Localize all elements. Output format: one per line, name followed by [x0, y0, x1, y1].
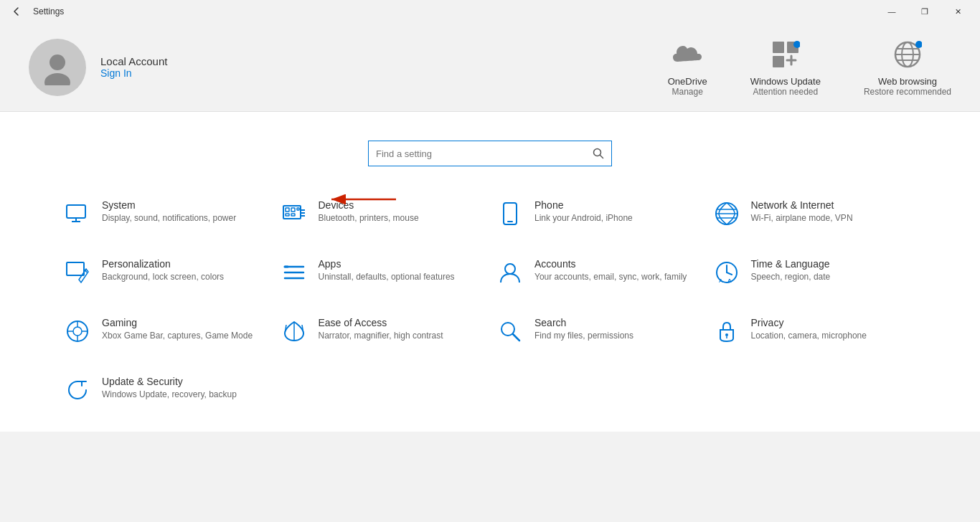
gaming-desc: Xbox Game Bar, captures, Game Mode — [102, 330, 253, 342]
onedrive-icon — [673, 42, 702, 67]
web-browsing-title: Web browsing — [878, 76, 937, 87]
accounts-desc: Your accounts, email, sync, work, family — [534, 271, 687, 283]
svg-point-46 — [73, 327, 82, 336]
minimize-button[interactable]: — — [875, 0, 908, 23]
ease-desc: Narrator, magnifier, high contrast — [319, 330, 443, 342]
phone-icon — [497, 201, 523, 227]
time-desc: Speech, region, date — [751, 271, 831, 283]
update-title: Update & Security — [102, 376, 237, 387]
svg-line-13 — [600, 156, 603, 158]
setting-item-update[interactable]: Update & Security Windows Update, recove… — [57, 369, 274, 410]
network-icon — [714, 201, 740, 227]
person-icon — [39, 49, 75, 85]
phone-desc: Link your Android, iPhone — [534, 212, 633, 224]
gaming-title: Gaming — [102, 317, 253, 328]
header-item-onedrive[interactable]: OneDrive Manage — [668, 37, 707, 97]
devices-desc: Bluetooth, printers, mouse — [319, 212, 419, 224]
network-desc: Wi-Fi, airplane mode, VPN — [751, 212, 853, 224]
setting-item-privacy[interactable]: Privacy Location, camera, microphone — [707, 310, 923, 351]
setting-item-system[interactable]: System Display, sound, notifications, po… — [57, 192, 274, 234]
setting-item-apps[interactable]: Apps Uninstall, defaults, optional featu… — [274, 251, 491, 293]
search-setting-desc: Find my files, permissions — [534, 330, 633, 342]
windows-update-subtitle: Attention needed — [753, 87, 818, 97]
onedrive-title: OneDrive — [668, 76, 707, 87]
svg-point-39 — [505, 264, 515, 274]
update-icon — [65, 377, 90, 403]
titlebar: Settings — ❐ ✕ — [0, 0, 980, 23]
search-setting-title: Search — [534, 317, 633, 328]
close-button[interactable]: ✕ — [941, 0, 974, 23]
personalization-desc: Background, lock screen, colors — [102, 271, 224, 283]
restore-button[interactable]: ❐ — [908, 0, 941, 23]
ease-title: Ease of Access — [319, 317, 443, 328]
setting-item-ease[interactable]: Ease of Access Narrator, magnifier, high… — [274, 310, 491, 351]
windows-update-icon-container — [768, 37, 803, 72]
web-browsing-subtitle: Restore recommended — [864, 87, 951, 97]
search-container — [57, 141, 923, 166]
search-icon — [585, 141, 611, 166]
sign-in-link[interactable]: Sign In — [100, 67, 167, 79]
personalization-title: Personalization — [102, 258, 224, 270]
gaming-icon — [65, 318, 90, 344]
apps-icon — [281, 260, 307, 285]
profile-section: Local Account Sign In — [29, 39, 668, 96]
svg-rect-33 — [67, 262, 84, 275]
setting-item-gaming[interactable]: Gaming Xbox Game Bar, captures, Game Mod… — [57, 310, 274, 351]
update-desc: Windows Update, recovery, backup — [102, 389, 237, 401]
onedrive-subtitle: Manage — [672, 87, 703, 97]
accounts-icon — [497, 260, 523, 285]
privacy-desc: Location, camera, microphone — [751, 330, 867, 342]
settings-grid: System Display, sound, notifications, po… — [57, 192, 923, 410]
setting-item-personalization[interactable]: Personalization Background, lock screen,… — [57, 251, 274, 293]
svg-text:A: A — [727, 277, 732, 284]
main-content: System Display, sound, notifications, po… — [0, 112, 980, 432]
back-button[interactable] — [6, 4, 27, 19]
setting-item-phone[interactable]: Phone Link your Android, iPhone — [490, 192, 707, 234]
header-item-windows-update[interactable]: Windows Update Attention needed — [750, 37, 821, 97]
devices-title: Devices — [319, 199, 419, 211]
account-type-label: Local Account — [100, 55, 167, 67]
apps-title: Apps — [319, 258, 455, 270]
svg-point-54 — [725, 333, 728, 336]
header: Local Account Sign In OneDrive Manage — [0, 23, 980, 112]
search-input[interactable] — [369, 148, 585, 159]
web-browsing-icon-container — [890, 37, 925, 72]
svg-line-42 — [727, 272, 732, 275]
titlebar-title: Settings — [33, 6, 64, 16]
windows-update-icon — [771, 40, 800, 69]
svg-rect-20 — [297, 208, 299, 210]
setting-item-devices[interactable]: Devices Bluetooth, printers, mouse — [274, 192, 491, 234]
svg-rect-21 — [286, 214, 289, 216]
svg-rect-14 — [67, 205, 85, 218]
time-title: Time & Language — [751, 258, 831, 270]
avatar — [29, 39, 86, 96]
svg-rect-18 — [286, 208, 289, 212]
apps-desc: Uninstall, defaults, optional features — [319, 271, 455, 283]
search-box — [368, 141, 612, 166]
profile-info: Local Account Sign In — [100, 55, 167, 79]
svg-point-1 — [44, 73, 70, 85]
search-setting-icon — [497, 318, 523, 344]
devices-icon — [281, 201, 307, 227]
svg-rect-2 — [773, 42, 784, 53]
onedrive-icon-container — [670, 37, 705, 72]
network-title: Network & Internet — [751, 199, 853, 211]
setting-item-network[interactable]: Network & Internet Wi-Fi, airplane mode,… — [707, 192, 923, 234]
phone-title: Phone — [534, 199, 633, 211]
setting-item-accounts[interactable]: Accounts Your accounts, email, sync, wor… — [490, 251, 707, 293]
time-icon: A A — [714, 260, 740, 285]
system-desc: Display, sound, notifications, power — [102, 212, 236, 224]
accounts-title: Accounts — [534, 258, 687, 270]
web-browsing-icon — [893, 40, 922, 69]
svg-point-0 — [50, 54, 65, 70]
windows-update-title: Windows Update — [750, 76, 821, 87]
setting-item-time[interactable]: A A Time & Language Speech, region, date — [707, 251, 923, 293]
svg-rect-4 — [773, 56, 784, 67]
svg-rect-19 — [291, 208, 295, 212]
setting-item-search[interactable]: Search Find my files, permissions — [490, 310, 707, 351]
header-items: OneDrive Manage Windows Update Attention… — [668, 37, 951, 97]
svg-line-53 — [513, 334, 519, 341]
privacy-title: Privacy — [751, 317, 867, 328]
header-item-web-browsing[interactable]: Web browsing Restore recommended — [864, 37, 951, 97]
svg-rect-22 — [291, 214, 295, 216]
